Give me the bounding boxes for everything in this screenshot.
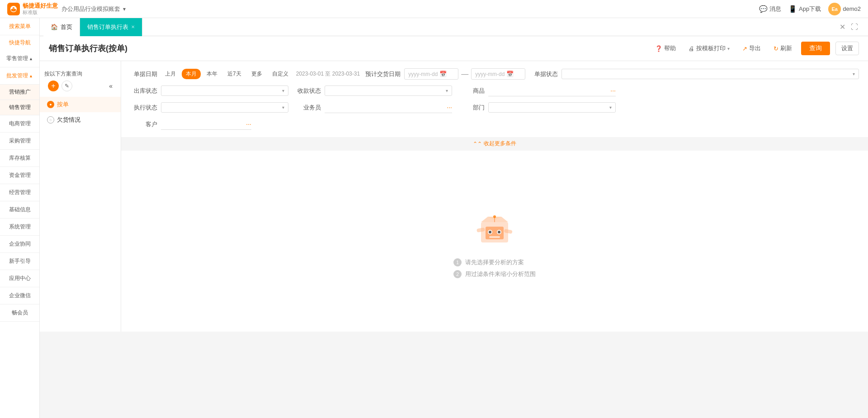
collapse-conditions-button[interactable]: ⌃⌃ 收起更多条件 <box>121 137 868 150</box>
page-header: 销售订单执行表(按单) ❓ 帮助 🖨 按模板打印 ▾ ↗ 导出 <box>40 36 868 61</box>
sidebar-item-inventory[interactable]: 库存核算 <box>0 150 39 167</box>
breadcrumb-text: 办公用品行业模拟账套 <box>61 5 120 13</box>
product-input[interactable]: ··· <box>488 85 616 96</box>
filter-row-4: 客户 ··· <box>130 119 859 130</box>
date-btn-this-year[interactable]: 本年 <box>203 69 222 79</box>
print-dropdown-icon[interactable]: ▾ <box>727 46 730 51</box>
collapse-up-icon: ⌃⌃ <box>473 141 482 147</box>
doc-status-select[interactable]: ▾ <box>561 69 859 79</box>
sidebar-item-marketing[interactable]: 营销推广 <box>0 85 39 100</box>
out-status-label: 出库状态 <box>130 87 157 95</box>
sidebar-item-weixin[interactable]: 企业微信 <box>0 287 39 304</box>
department-select[interactable]: ▾ <box>488 102 616 113</box>
tab-home[interactable]: 🏠 首页 <box>43 18 80 36</box>
breadcrumb[interactable]: 办公用品行业模拟账套 ▾ <box>61 5 126 13</box>
svg-point-4 <box>489 231 491 233</box>
customer-input[interactable]: ··· <box>161 119 251 130</box>
help-icon: ❓ <box>655 45 662 52</box>
salesperson-input[interactable]: ··· <box>325 102 452 113</box>
out-status-arrow-icon: ▾ <box>282 88 284 93</box>
empty-illustration <box>472 204 517 249</box>
add-plan-button[interactable]: + <box>48 81 59 91</box>
sidebar-item-member[interactable]: 畅会员 <box>0 304 39 322</box>
refresh-button[interactable]: ↻ 刷新 <box>770 43 796 54</box>
svg-rect-6 <box>489 236 500 238</box>
content-area: 🏠 首页 销售订单执行表 ✕ ✕ ⛶ 销售订单执行表(按单) ❓ 帮助 <box>40 18 868 418</box>
header-left: 畅捷通好生意 标准版 办公用品行业模拟账套 ▾ <box>7 2 126 15</box>
edit-plan-button[interactable]: ✎ <box>61 81 72 91</box>
user-profile[interactable]: Ea demo2 <box>828 3 861 15</box>
filter-salesperson: 业务员 ··· <box>294 102 452 113</box>
tab-bar-right: ✕ ⛶ <box>837 23 864 31</box>
date-label: 单据日期 <box>130 70 157 78</box>
filter-exec-status: 执行状态 ▾ <box>130 102 288 113</box>
empty-tips: 1 请先选择要分析的方案 2 用过滤条件来缩小分析范围 <box>453 258 536 278</box>
sidebar-quick-nav[interactable]: 快捷导航 <box>0 35 39 50</box>
window-maximize-icon[interactable]: ⛶ <box>848 23 861 31</box>
department-label: 部门 <box>458 104 485 112</box>
filter-expected-date: 预计交货日期 yyyy-mm-dd 📅 — yyyy-mm-dd <box>365 68 525 80</box>
filter-area: 单据日期 上月 本月 本年 近7天 更多 自定义 2023-03-01 至 20… <box>121 61 868 137</box>
filter-row-1: 单据日期 上月 本月 本年 近7天 更多 自定义 2023-03-01 至 20… <box>130 68 859 80</box>
sidebar-item-basic[interactable]: 基础信息 <box>0 201 39 218</box>
app-download-icon: 📱 <box>788 5 797 13</box>
help-button[interactable]: ❓ 帮助 <box>651 43 679 54</box>
sidebar-item-system[interactable]: 系统管理 <box>0 218 39 236</box>
filter-row-2: 出库状态 ▾ 收款状态 ▾ <box>130 85 859 96</box>
sidebar-item-newbie[interactable]: 新手引导 <box>0 253 39 270</box>
out-status-select[interactable]: ▾ <box>161 86 288 96</box>
query-button[interactable]: 查询 <box>801 42 830 55</box>
receipt-status-select[interactable]: ▾ <box>325 86 452 96</box>
arrears-icon: ○ <box>47 116 54 124</box>
receipt-status-arrow-icon: ▾ <box>446 88 448 93</box>
date-btn-last-month[interactable]: 上月 <box>161 69 180 79</box>
salesperson-dots-icon[interactable]: ··· <box>447 104 452 111</box>
sidebar-item-wholesale[interactable]: 批发管理 ▲ <box>0 67 39 85</box>
sidebar-item-purchase[interactable]: 采购管理 <box>0 133 39 150</box>
sidebar-item-finance[interactable]: 资金管理 <box>0 167 39 184</box>
svg-point-8 <box>493 215 496 218</box>
app-download-button[interactable]: 📱 App下载 <box>788 5 821 13</box>
date-btn-more[interactable]: 更多 <box>247 69 266 79</box>
expected-date-start-input[interactable]: yyyy-mm-dd 📅 <box>404 68 458 80</box>
filter-department: 部门 ▾ <box>458 102 616 113</box>
date-separator: — <box>461 70 468 78</box>
tip-num-2: 2 <box>453 270 462 278</box>
filter-product: 商品 ··· <box>458 85 616 96</box>
exec-status-select[interactable]: ▾ <box>161 102 288 113</box>
sidebar-item-operations[interactable]: 经营管理 <box>0 184 39 201</box>
print-button[interactable]: 🖨 按模板打印 ▾ <box>685 43 733 54</box>
tab-close-icon[interactable]: ✕ <box>131 24 135 29</box>
sidebar-item-company[interactable]: 企业协同 <box>0 236 39 253</box>
logo-area[interactable]: 畅捷通好生意 标准版 <box>7 2 58 15</box>
panel-item-order[interactable]: ● 按单 <box>40 97 121 112</box>
filter-date-item: 单据日期 上月 本月 本年 近7天 更多 自定义 2023-03-01 至 20… <box>130 69 360 79</box>
receipt-status-label: 收款状态 <box>294 87 321 95</box>
sidebar-item-sales[interactable]: 销售管理 <box>0 100 39 115</box>
sidebar-item-retail[interactable]: 零售管理 ▲ <box>0 50 39 67</box>
settings-button[interactable]: 设置 <box>835 42 859 55</box>
avatar: Ea <box>828 3 841 15</box>
export-icon: ↗ <box>742 45 747 52</box>
date-btn-custom[interactable]: 自定义 <box>268 69 292 79</box>
page-content: 销售订单执行表(按单) ❓ 帮助 🖨 按模板打印 ▾ ↗ 导出 <box>40 36 868 418</box>
window-close-icon[interactable]: ✕ <box>837 23 848 31</box>
date-btn-last7[interactable]: 近7天 <box>223 69 245 79</box>
expected-date-end-input[interactable]: yyyy-mm-dd 📅 <box>471 68 525 80</box>
collapse-panel-button[interactable]: « <box>109 82 113 90</box>
customer-dots-icon[interactable]: ··· <box>246 120 251 128</box>
exec-status-label: 执行状态 <box>130 104 157 112</box>
message-button[interactable]: 💬 消息 <box>759 5 781 13</box>
breadcrumb-dropdown-icon[interactable]: ▾ <box>123 6 126 12</box>
calendar-start-icon: 📅 <box>439 71 447 77</box>
tab-sales-order[interactable]: 销售订单执行表 ✕ <box>80 18 142 36</box>
sidebar-search[interactable]: 搜索菜单 <box>0 18 39 35</box>
export-button[interactable]: ↗ 导出 <box>739 43 764 54</box>
product-dots-icon[interactable]: ··· <box>610 87 616 94</box>
empty-state: 1 请先选择要分析的方案 2 用过滤条件来缩小分析范围 <box>121 151 868 332</box>
date-btn-this-month[interactable]: 本月 <box>182 69 201 79</box>
sidebar-item-ecommerce[interactable]: 电商管理 <box>0 115 39 133</box>
panel-item-arrears[interactable]: ○ 欠货情况 <box>40 112 121 128</box>
main-layout: 搜索菜单 快捷导航 零售管理 ▲ 批发管理 ▲ 营销推广 销售管理 电商管理 采… <box>0 18 868 418</box>
sidebar-item-appstore[interactable]: 应用中心 <box>0 270 39 287</box>
